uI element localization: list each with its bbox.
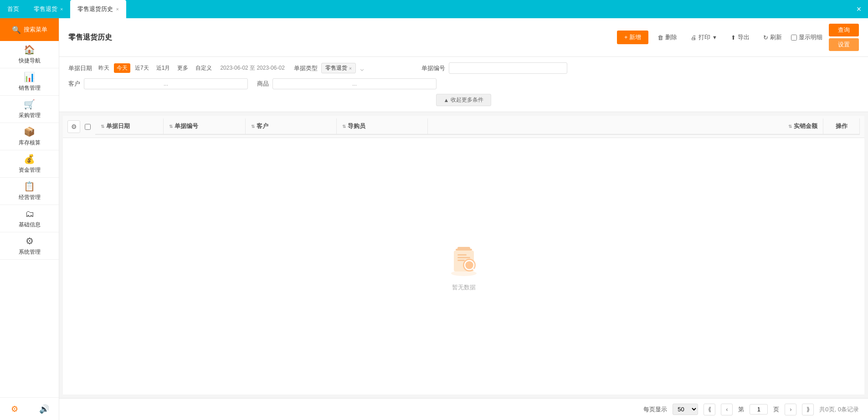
customer-label: 客户	[68, 80, 80, 88]
today-btn[interactable]: 今天	[114, 63, 130, 73]
content-area: 零售退货历史 + 新增 🗑 删除 🖨 打印 ▼ ⬆ 导出 ↻	[59, 18, 868, 420]
sort-icon-guide: ⇅	[342, 124, 346, 129]
sidebar-item-sys-mgmt[interactable]: ⚙ 系统管理	[0, 232, 59, 260]
tab-home[interactable]: 首页	[0, 0, 26, 18]
display-detail-checkbox[interactable]	[791, 35, 797, 41]
prev-page-button[interactable]: ‹	[721, 404, 733, 415]
sort-icon-customer: ⇅	[251, 124, 255, 129]
goods-label: 商品	[257, 80, 269, 88]
base-info-icon: 🗂	[25, 209, 34, 219]
window-close-button[interactable]: ×	[850, 0, 868, 18]
th-customer[interactable]: ⇅ 客户	[246, 118, 337, 134]
doc-type-tag-area: 零售退货 × ⌄	[321, 63, 412, 73]
table-body: 暂无数据	[63, 138, 864, 394]
sort-icon-date: ⇅	[101, 124, 104, 129]
sidebar-search-label: 搜索菜单	[24, 26, 47, 34]
print-dropdown-icon: ▼	[712, 35, 717, 40]
date-range-display: 2023-06-02 至 2023-06-02	[220, 64, 284, 72]
doc-type-dropdown-arrow[interactable]: ⌄	[359, 63, 365, 73]
yesterday-btn[interactable]: 昨天	[96, 63, 112, 73]
tab-retail-return-history-close[interactable]: ×	[116, 6, 118, 12]
th-date[interactable]: ⇅ 单据日期	[95, 118, 164, 134]
refresh-button[interactable]: ↻ 刷新	[759, 31, 786, 44]
last7days-btn[interactable]: 近7天	[132, 63, 152, 73]
current-page-input[interactable]	[750, 404, 768, 415]
goods-input[interactable]: ...	[272, 78, 437, 89]
page-header: 零售退货历史 + 新增 🗑 删除 🖨 打印 ▼ ⬆ 导出 ↻	[59, 18, 868, 57]
empty-state: 暂无数据	[446, 241, 482, 292]
more-btn[interactable]: 更多	[175, 63, 191, 73]
table-toolbar: ⚙ ⇅ 单据日期 ⇅ 单据编号 ⇅ 客户	[63, 116, 864, 138]
sidebar-item-finance[interactable]: 💰 资金管理	[0, 150, 59, 178]
setting-button[interactable]: 设置	[829, 38, 859, 51]
sidebar-speaker-button[interactable]: 🔊	[36, 401, 52, 417]
collapse-up-icon: ▲	[444, 97, 449, 103]
select-all-checkbox[interactable]	[85, 124, 91, 130]
page-size-select[interactable]: 50 10 20 100	[673, 404, 698, 415]
search-icon: 🔍	[12, 26, 21, 34]
filter-area: 单据日期 昨天 今天 近7天 近1月 更多 自定义 2023-06-02 至 2…	[59, 57, 868, 112]
export-button[interactable]: ⬆ 导出	[726, 31, 754, 44]
operation-icon: 📋	[24, 181, 35, 192]
sidebar-item-inventory[interactable]: 📦 库存核算	[0, 123, 59, 150]
sidebar-gear-button[interactable]: ⚙	[6, 401, 23, 417]
sidebar: 🔍 搜索菜单 🏠 快捷导航 📊 销售管理 🛒 采购管理 📦 库存核算 💰 资金管…	[0, 18, 59, 420]
goods-filter: 商品 ...	[257, 78, 437, 89]
th-amount[interactable]: ⇅ 实销金额	[428, 118, 823, 134]
sidebar-item-quick-nav[interactable]: 🏠 快捷导航	[0, 41, 59, 68]
print-icon: 🖨	[691, 34, 697, 41]
sort-icon-no: ⇅	[169, 124, 173, 129]
th-amount-label: 实销金额	[794, 122, 817, 130]
inventory-icon: 📦	[24, 126, 35, 137]
sidebar-item-sales-mgmt[interactable]: 📊 销售管理	[0, 68, 59, 96]
sidebar-item-operation[interactable]: 📋 经营管理	[0, 178, 59, 205]
print-label: 打印	[699, 33, 710, 41]
home-icon: 🏠	[24, 44, 35, 55]
tab-retail-return-history-label: 零售退货历史	[77, 5, 113, 13]
doc-type-tag-close[interactable]: ×	[349, 66, 352, 71]
date-filter-label: 单据日期	[68, 64, 92, 72]
first-page-button[interactable]: ⟪	[704, 404, 715, 415]
sidebar-item-base-info[interactable]: 🗂 基础信息	[0, 205, 59, 232]
tab-retail-return-history[interactable]: 零售退货历史 ×	[70, 0, 126, 18]
query-button[interactable]: 查询	[829, 24, 859, 36]
page-unit-label: 页	[773, 405, 779, 414]
page-label: 第	[738, 405, 744, 414]
next-page-button[interactable]: ›	[785, 404, 796, 415]
refresh-icon: ↻	[763, 34, 768, 41]
tab-retail-return-close[interactable]: ×	[60, 6, 63, 12]
th-guide[interactable]: ⇅ 导购员	[337, 118, 428, 134]
th-no[interactable]: ⇅ 单据编号	[164, 118, 246, 134]
tab-home-label: 首页	[7, 5, 19, 13]
display-detail-toggle[interactable]: 显示明细	[791, 33, 822, 41]
last-page-button[interactable]: ⟫	[802, 404, 814, 415]
doc-no-input[interactable]	[449, 62, 567, 74]
settings-icon: ⚙	[71, 123, 77, 130]
collapse-button[interactable]: ▲ 收起更多条件	[436, 94, 492, 106]
table-settings-button[interactable]: ⚙	[67, 120, 80, 133]
sidebar-search[interactable]: 🔍 搜索菜单	[0, 18, 59, 41]
tab-retail-return[interactable]: 零售退货 ×	[26, 0, 70, 18]
sidebar-item-quick-nav-label: 快捷导航	[19, 57, 41, 65]
collapse-label: 收起更多条件	[451, 96, 483, 104]
finance-icon: 💰	[24, 154, 35, 164]
sales-icon: 📊	[24, 72, 35, 82]
sidebar-item-operation-label: 经营管理	[19, 194, 41, 201]
doc-type-filter: 单据类型 零售退货 × ⌄	[294, 63, 412, 73]
delete-button[interactable]: 🗑 删除	[653, 31, 682, 44]
th-guide-label: 导购员	[348, 122, 365, 130]
last1month-btn[interactable]: 近1月	[154, 63, 173, 73]
add-button[interactable]: + 新增	[617, 31, 648, 44]
table-header: ⇅ 单据日期 ⇅ 单据编号 ⇅ 客户 ⇅ 导购员	[95, 118, 860, 135]
sidebar-item-purchase-mgmt-label: 采购管理	[19, 112, 41, 119]
purchase-icon: 🛒	[24, 99, 35, 110]
sidebar-item-sales-mgmt-label: 销售管理	[19, 84, 41, 92]
customer-input[interactable]: ...	[84, 78, 248, 89]
custom-btn[interactable]: 自定义	[193, 63, 215, 73]
svg-rect-9	[457, 260, 465, 261]
th-customer-label: 客户	[257, 122, 268, 130]
print-button[interactable]: 🖨 打印 ▼	[686, 31, 722, 44]
sidebar-item-purchase-mgmt[interactable]: 🛒 采购管理	[0, 96, 59, 123]
svg-rect-8	[457, 257, 470, 258]
sidebar-item-finance-label: 资金管理	[19, 166, 41, 174]
